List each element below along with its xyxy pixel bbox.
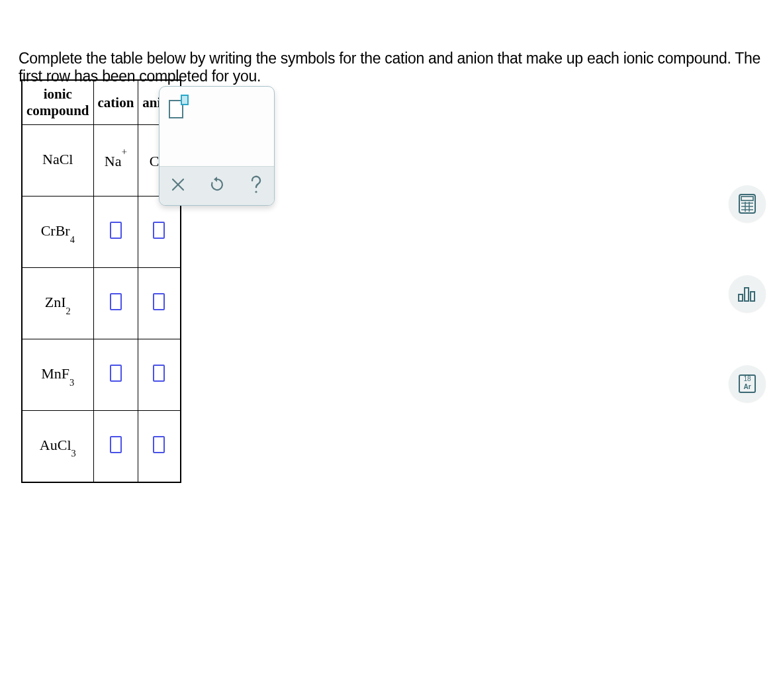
question-icon bbox=[248, 175, 264, 195]
svg-rect-13 bbox=[751, 292, 755, 301]
superscript-box-icon bbox=[181, 95, 189, 105]
table-row: NaCl Na+ Cl− bbox=[22, 125, 181, 197]
header-cation: cation bbox=[93, 80, 138, 125]
periodic-table-button[interactable]: 18 Ar bbox=[729, 365, 766, 402]
compound-base: NaCl bbox=[42, 151, 73, 167]
table-row: MnF3 bbox=[22, 339, 181, 411]
compound-sub: 3 bbox=[69, 377, 74, 388]
pt-number: 18 bbox=[743, 375, 751, 382]
cell-cation-input[interactable] bbox=[93, 339, 138, 411]
cell-anion-input[interactable] bbox=[138, 411, 181, 482]
cell-compound: AuCl3 bbox=[22, 411, 93, 482]
periodic-table-icon: 18 Ar bbox=[737, 373, 757, 394]
answer-box[interactable] bbox=[110, 436, 122, 453]
reset-button[interactable] bbox=[206, 173, 227, 196]
compound-sub: 4 bbox=[70, 234, 75, 245]
ionic-table-container: ionic compound cation anion NaCl Na+ Cl− bbox=[21, 79, 181, 483]
header-compound: ionic compound bbox=[22, 80, 93, 125]
undo-icon bbox=[209, 177, 225, 193]
x-icon bbox=[171, 177, 185, 192]
cell-anion-input[interactable] bbox=[138, 197, 181, 268]
table-row: CrBr4 bbox=[22, 197, 181, 268]
pt-symbol: Ar bbox=[743, 383, 751, 390]
calculator-button[interactable] bbox=[729, 185, 766, 222]
bar-chart-icon bbox=[737, 284, 758, 304]
answer-box[interactable] bbox=[153, 365, 165, 382]
side-tools: 18 Ar bbox=[729, 185, 766, 402]
compound-sub: 3 bbox=[71, 448, 76, 459]
svg-rect-11 bbox=[739, 294, 743, 301]
palette-top bbox=[160, 87, 274, 166]
table-row: AuCl3 bbox=[22, 411, 181, 482]
cell-compound: NaCl bbox=[22, 125, 93, 197]
cell-cation-input[interactable] bbox=[93, 197, 138, 268]
cell-cation: Na+ bbox=[93, 125, 138, 197]
compound-base: CrBr bbox=[41, 222, 70, 239]
header-compound-label: ionic compound bbox=[26, 86, 89, 118]
cell-compound: CrBr4 bbox=[22, 197, 93, 268]
cell-compound: MnF3 bbox=[22, 339, 93, 411]
header-cation-label: cation bbox=[98, 95, 134, 110]
answer-box[interactable] bbox=[110, 222, 122, 239]
compound-base: MnF bbox=[41, 365, 69, 382]
svg-marker-2 bbox=[214, 177, 217, 182]
cell-anion-input[interactable] bbox=[138, 268, 181, 339]
svg-rect-12 bbox=[745, 288, 749, 301]
palette-bottom bbox=[160, 166, 274, 205]
calculator-icon bbox=[738, 193, 756, 214]
compound-base: ZnI bbox=[45, 294, 66, 310]
answer-box[interactable] bbox=[110, 293, 122, 310]
cation-base: Na bbox=[105, 153, 122, 169]
symbol-palette bbox=[159, 86, 275, 206]
svg-rect-5 bbox=[741, 197, 753, 200]
svg-point-3 bbox=[255, 191, 257, 193]
table-header-row: ionic compound cation anion bbox=[22, 80, 181, 125]
superscript-tool[interactable] bbox=[169, 95, 193, 118]
cell-compound: ZnI2 bbox=[22, 268, 93, 339]
compound-base: AuCl bbox=[40, 437, 71, 453]
table-row: ZnI2 bbox=[22, 268, 181, 339]
help-button[interactable] bbox=[246, 173, 266, 196]
clear-button[interactable] bbox=[167, 173, 188, 196]
cell-anion-input[interactable] bbox=[138, 339, 181, 411]
answer-box[interactable] bbox=[153, 222, 165, 239]
cation-sup: + bbox=[121, 146, 127, 157]
answer-box[interactable] bbox=[153, 293, 165, 310]
ionic-table: ionic compound cation anion NaCl Na+ Cl− bbox=[21, 79, 181, 483]
compound-sub: 2 bbox=[66, 306, 71, 316]
cell-cation-input[interactable] bbox=[93, 411, 138, 482]
answer-box[interactable] bbox=[110, 365, 122, 382]
answer-box[interactable] bbox=[153, 436, 165, 453]
bar-chart-button[interactable] bbox=[729, 275, 766, 312]
cell-cation-input[interactable] bbox=[93, 268, 138, 339]
